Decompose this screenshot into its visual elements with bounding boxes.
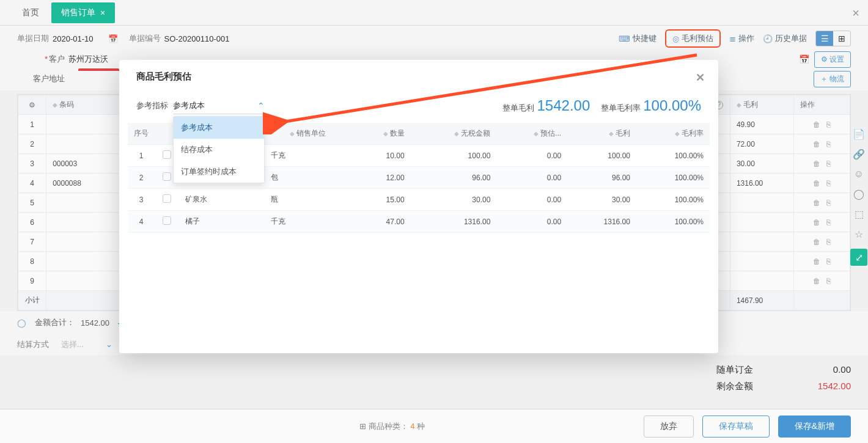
row-seq: 3 <box>128 189 155 211</box>
product-name: 矿泉水 <box>179 189 265 211</box>
est-cell: 0.00 <box>496 145 567 167</box>
chevron-up-icon: ⌃ <box>257 101 265 111</box>
untaxed-cell: 96.00 <box>411 167 497 189</box>
col-unit[interactable]: 销售单位 <box>296 129 326 137</box>
row-seq: 4 <box>128 211 155 233</box>
metric-dropdown: 参考成本 结存成本 订单签约时成本 <box>173 116 265 183</box>
modal-title: 商品毛利预估 <box>136 71 191 81</box>
unit-cell: 瓶 <box>265 189 351 211</box>
unit-cell: 千克 <box>265 211 351 233</box>
col-rate[interactable]: 毛利率 <box>682 129 704 137</box>
rate-cell: 100.00% <box>636 211 710 233</box>
metric-option[interactable]: 参考成本 <box>174 117 264 139</box>
col-untaxed[interactable]: 无税金额 <box>461 129 490 137</box>
est-cell: 0.00 <box>496 189 567 211</box>
profit-cell: 100.00 <box>567 145 636 167</box>
col-qty[interactable]: 数量 <box>390 129 405 137</box>
rate-cell: 100.00% <box>636 167 710 189</box>
col-profit[interactable]: 毛利 <box>616 129 630 137</box>
profit-modal: 商品毛利预估 ✕ 参考指标 参考成本 ⌃ 参考成本 结存成本 订单签约时成本 整… <box>119 60 718 353</box>
row-check[interactable] <box>155 211 179 233</box>
metric-value: 参考成本 <box>173 100 257 111</box>
unit-cell: 千克 <box>265 145 351 167</box>
untaxed-cell: 1316.00 <box>411 211 497 233</box>
est-cell: 0.00 <box>496 211 567 233</box>
metric-option[interactable]: 结存成本 <box>174 139 264 161</box>
row-seq: 1 <box>128 145 155 167</box>
total-rate-value: 100.00% <box>643 97 701 114</box>
qty-cell: 12.00 <box>351 167 411 189</box>
profit-cell: 30.00 <box>567 189 636 211</box>
product-name: 橘子 <box>179 211 265 233</box>
row-check[interactable] <box>155 189 179 211</box>
close-icon[interactable]: ✕ <box>696 71 705 84</box>
col-est[interactable]: 预估... <box>540 129 561 137</box>
unit-cell: 包 <box>265 167 351 189</box>
rate-cell: 100.00% <box>636 145 710 167</box>
qty-cell: 10.00 <box>351 145 411 167</box>
col-seq: 序号 <box>128 123 155 145</box>
total-profit-value: 1542.00 <box>537 97 590 114</box>
qty-cell: 47.00 <box>351 211 411 233</box>
untaxed-cell: 30.00 <box>411 189 497 211</box>
total-rate-label: 整单毛利率 <box>601 103 641 112</box>
metric-label: 参考指标 <box>136 100 168 111</box>
total-profit-label: 整单毛利 <box>502 103 534 112</box>
qty-cell: 15.00 <box>351 189 411 211</box>
metric-select[interactable]: 参考成本 ⌃ 参考成本 结存成本 订单签约时成本 <box>173 98 265 114</box>
untaxed-cell: 100.00 <box>411 145 497 167</box>
profit-cell: 96.00 <box>567 167 636 189</box>
metric-option[interactable]: 订单签约时成本 <box>174 161 264 183</box>
est-cell: 0.00 <box>496 167 567 189</box>
rate-cell: 100.00% <box>636 189 710 211</box>
row-seq: 2 <box>128 167 155 189</box>
profit-cell: 1316.00 <box>567 211 636 233</box>
